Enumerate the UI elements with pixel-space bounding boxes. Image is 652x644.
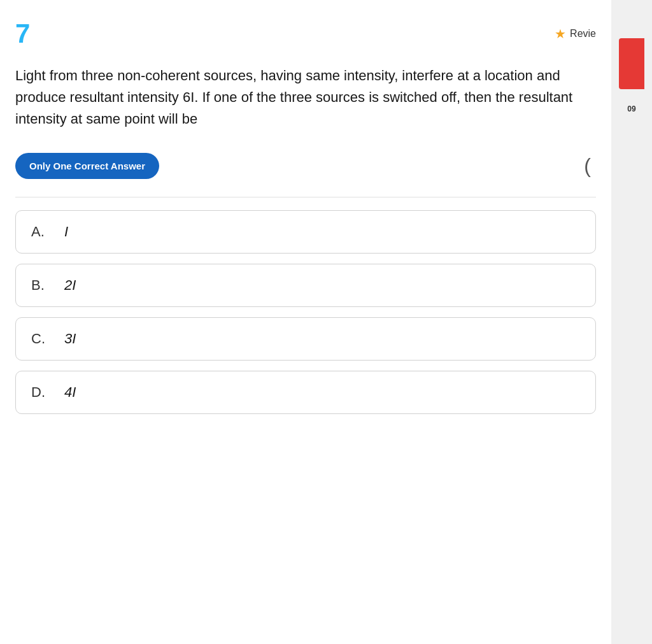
main-content: 7 ★ Revie Light from three non-coherent …	[0, 0, 611, 644]
option-c[interactable]: C. 3I	[15, 317, 596, 361]
question-text: Light from three non-coherent sources, h…	[15, 65, 596, 130]
review-button[interactable]: ★ Revie	[555, 26, 596, 41]
question-number: 7	[15, 20, 30, 47]
option-b-value: 2I	[64, 277, 76, 294]
timer-display: 09	[627, 104, 635, 113]
option-d[interactable]: D. 4I	[15, 371, 596, 414]
option-a-label: A.	[31, 224, 52, 240]
options-list: A. I B. 2I C. 3I D. 4I	[15, 210, 596, 414]
section-divider	[15, 197, 596, 197]
red-tab-button[interactable]	[619, 38, 644, 89]
bracket-hint: (	[584, 154, 591, 178]
question-header: 7 ★ Revie	[15, 20, 596, 47]
option-b[interactable]: B. 2I	[15, 264, 596, 307]
option-a-value: I	[64, 224, 68, 240]
option-c-label: C.	[31, 331, 52, 347]
right-panel: 09	[611, 0, 652, 644]
option-a[interactable]: A. I	[15, 210, 596, 254]
review-label: Revie	[570, 28, 596, 39]
page-wrapper: 7 ★ Revie Light from three non-coherent …	[0, 0, 652, 644]
option-c-value: 3I	[64, 331, 76, 347]
only-one-correct-badge: Only One Correct Answer	[15, 153, 159, 179]
badge-row: Only One Correct Answer (	[15, 153, 596, 179]
option-b-label: B.	[31, 277, 52, 294]
option-d-label: D.	[31, 384, 52, 401]
option-d-value: 4I	[64, 384, 76, 401]
star-icon: ★	[555, 26, 566, 41]
